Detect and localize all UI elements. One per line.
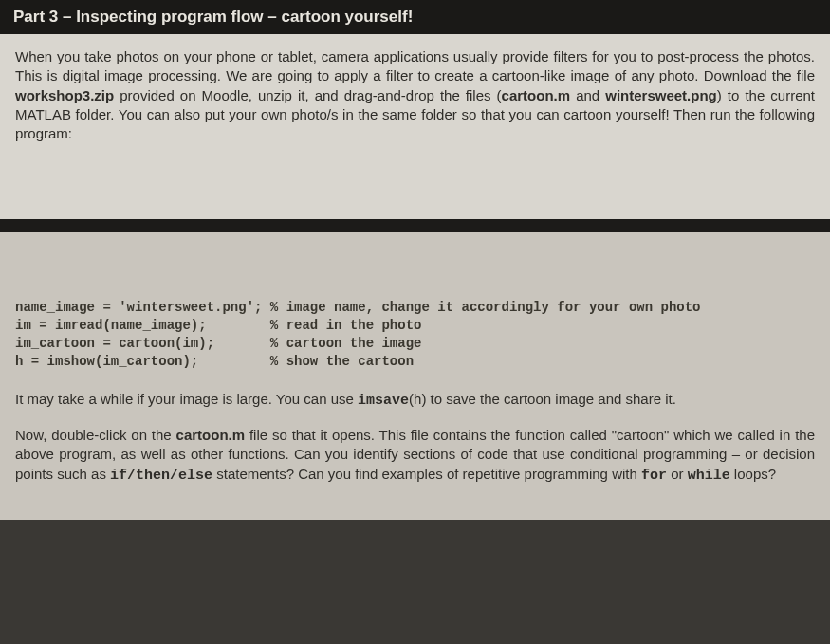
imsave-paragraph: It may take a while if your image is lar… (15, 390, 815, 411)
intro-filename-cartoon: cartoon.m (502, 87, 571, 103)
q-text-a: Now, double-click on the (15, 427, 176, 443)
intro-text-c: provided on Moodle, unzip it, and drag-a… (114, 87, 501, 103)
q-filename-cartoon: cartoon.m (176, 427, 246, 443)
upper-page-section: Part 3 – Inspecting program flow – carto… (0, 0, 830, 219)
imsave-text-c: (h) to save the cartoon image and share … (409, 391, 676, 407)
page-divider (0, 219, 830, 232)
section-header: Part 3 – Inspecting program flow – carto… (0, 0, 830, 34)
q-text-i: loops? (730, 466, 776, 482)
q-text-g: or (667, 466, 688, 482)
q-kw-while: while (688, 468, 730, 484)
intro-filename-png: wintersweet.png (605, 87, 717, 103)
q-kw-ifthenelse: if/then/else (110, 468, 212, 484)
imsave-text-a: It may take a while if your image is lar… (15, 391, 358, 407)
imsave-func: imsave (358, 393, 409, 409)
matlab-code-block: name_image = 'wintersweet.png'; % image … (15, 299, 815, 371)
intro-paragraph: When you take photos on your phone or ta… (0, 34, 830, 143)
intro-text-a: When you take photos on your phone or ta… (15, 48, 815, 83)
questions-paragraph: Now, double-click on the cartoon.m file … (15, 426, 815, 486)
q-text-e: statements? Can you find examples of rep… (212, 466, 641, 482)
q-kw-for: for (641, 468, 667, 484)
intro-text-e: and (570, 87, 605, 103)
intro-filename-zip: workshop3.zip (15, 87, 114, 103)
lower-page-section: name_image = 'wintersweet.png'; % image … (0, 232, 830, 520)
section-header-title: Part 3 – Inspecting program flow – carto… (13, 8, 413, 26)
